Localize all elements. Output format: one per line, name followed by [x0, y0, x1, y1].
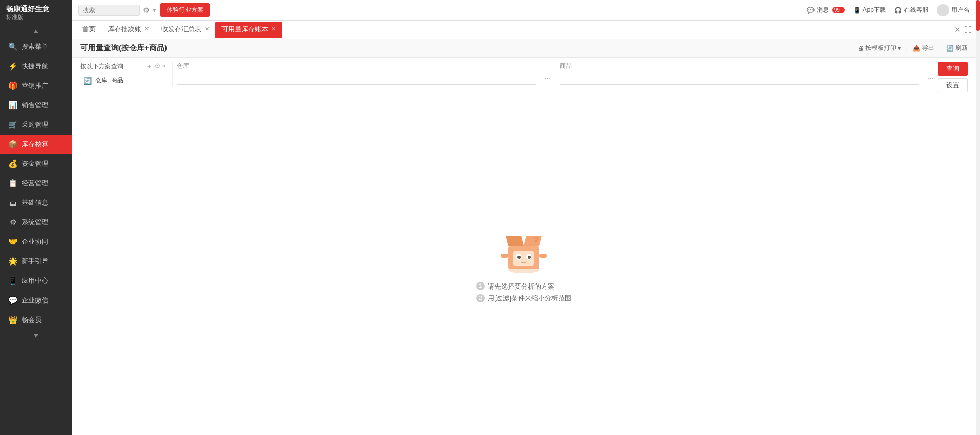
tab-receive-summary-close[interactable]: ✕ [205, 26, 209, 32]
message-label: 消息 [817, 6, 829, 14]
filter-scheme: 按以下方案查询 ＋ ⊙ « 🔄 仓库+商品 [80, 62, 173, 87]
industry-btn[interactable]: 体验行业方案 [160, 3, 210, 17]
empty-state: ? 1 请先选择要分析的方案 2 用[过滤]条件来缩小分析范围 [476, 228, 571, 305]
export-action[interactable]: 📤 导出 [913, 44, 934, 52]
sidebar-item-system[interactable]: ⚙ 系统管理 [0, 213, 72, 232]
sidebar-item-shortcut[interactable]: ⚡ 快捷导航 [0, 56, 72, 76]
sidebar-item-label: 畅会员 [22, 315, 42, 325]
collapse-scheme-icon[interactable]: « [162, 62, 166, 71]
warehouse-field-input[interactable] [177, 72, 536, 85]
svg-marker-3 [524, 236, 542, 246]
sidebar-item-finance[interactable]: 💰 资金管理 [0, 154, 72, 174]
purchase-icon: 🛒 [8, 120, 17, 129]
query-button[interactable]: 查询 [938, 62, 968, 76]
tip-text-1: 请先选择要分析的方案 [488, 280, 554, 292]
app-download-label: App下载 [863, 6, 886, 14]
sidebar-item-sales[interactable]: 📊 销售管理 [0, 96, 72, 115]
filter-scheme-header: 按以下方案查询 ＋ ⊙ « [80, 62, 166, 71]
scroll-up-btn[interactable]: ▲ [0, 25, 72, 37]
empty-illustration: ? [498, 228, 549, 274]
message-btn[interactable]: 💬 消息 99+ [807, 6, 845, 14]
content-area: ? 1 请先选择要分析的方案 2 用[过滤]条件来缩小分析范围 [72, 97, 976, 435]
svg-rect-9 [501, 254, 508, 258]
sidebar-item-basic[interactable]: 🗂 基础信息 [0, 193, 72, 213]
sales-icon: 📊 [8, 101, 17, 110]
enterprise-icon: 🤝 [8, 237, 17, 247]
empty-tip-2: 2 用[过滤]条件来缩小分析范围 [476, 292, 571, 304]
sidebar-item-enterprise[interactable]: 🤝 企业协同 [0, 232, 72, 252]
service-icon: 🎧 [894, 7, 902, 14]
sidebar-item-label: 库存核算 [22, 140, 48, 149]
tab-close-all-icon[interactable]: ✕ [954, 25, 961, 34]
right-scrollbar[interactable] [976, 0, 980, 435]
tab-home[interactable]: 首页 [76, 22, 102, 38]
warehouse-field-label: 仓库 [177, 62, 536, 70]
tabbar: 首页 库存批次账 ✕ 收发存汇总表 ✕ 可用量库存账本 ✕ ✕ ⛶ [72, 21, 976, 39]
tab-batch-ledger[interactable]: 库存批次账 ✕ [102, 22, 155, 38]
tab-available-ledger[interactable]: 可用量库存账本 ✕ [215, 22, 282, 38]
tab-available-ledger-close[interactable]: ✕ [271, 26, 276, 32]
marketing-icon: 🎁 [8, 81, 17, 90]
page-header: 可用量查询(按仓库+商品) 🖨 按模板打印 ▾ | 📤 导出 | 🔄 刷新 [72, 39, 976, 58]
sidebar-item-newbie[interactable]: 🌟 新手引导 [0, 252, 72, 271]
add-scheme-icon[interactable]: ＋ [146, 62, 153, 71]
logo-title: 畅康通好生意 [6, 4, 66, 13]
tab-batch-ledger-close[interactable]: ✕ [144, 26, 149, 32]
filter-field-goods: 商品 [560, 62, 919, 85]
main-content: ⚙ ▾ 体验行业方案 💬 消息 99+ 📱 App下载 🎧 在线客服 用户名 [72, 0, 976, 435]
appcenter-icon: 📱 [8, 276, 17, 286]
settings-scheme-icon[interactable]: ⊙ [155, 62, 160, 71]
member-icon: 👑 [8, 315, 17, 325]
topbar-right: 💬 消息 99+ 📱 App下载 🎧 在线客服 用户名 [807, 4, 970, 16]
customer-service-btn[interactable]: 🎧 在线客服 [894, 6, 929, 14]
sidebar-item-label: 营销推广 [22, 81, 48, 90]
topbar: ⚙ ▾ 体验行业方案 💬 消息 99+ 📱 App下载 🎧 在线客服 用户名 [72, 0, 976, 21]
scheme-warehouse-goods[interactable]: 🔄 仓库+商品 [80, 74, 166, 87]
scrollbar-thumb[interactable] [976, 0, 980, 31]
dropdown-icon[interactable]: ▾ [153, 6, 156, 14]
tip-number-1: 1 [476, 282, 485, 290]
customer-service-label: 在线客服 [904, 6, 929, 14]
sidebar-item-marketing[interactable]: 🎁 营销推广 [0, 76, 72, 96]
sidebar-item-search[interactable]: 🔍 搜索菜单 [0, 37, 72, 56]
sidebar-item-member[interactable]: 👑 畅会员 [0, 310, 72, 330]
tabbar-right: ✕ ⛶ [954, 25, 972, 34]
sidebar-item-label: 新手引导 [22, 257, 48, 266]
warehouse-more-btn[interactable]: ··· [544, 73, 551, 83]
app-download-btn[interactable]: 📱 App下载 [853, 6, 886, 14]
sidebar-item-label: 采购管理 [22, 120, 48, 129]
svg-rect-10 [539, 254, 547, 258]
sidebar-item-operation[interactable]: 📋 经营管理 [0, 174, 72, 193]
newbie-icon: 🌟 [8, 257, 17, 266]
tab-receive-summary-label: 收发存汇总表 [161, 25, 201, 34]
message-badge: 99+ [832, 7, 845, 13]
settings-button[interactable]: 设置 [938, 78, 968, 92]
operation-icon: 📋 [8, 179, 17, 188]
print-dropdown-icon[interactable]: ▾ [898, 45, 901, 52]
topbar-search-input[interactable] [78, 5, 140, 16]
goods-field-label: 商品 [560, 62, 919, 70]
sidebar-nav: ▲ 🔍 搜索菜单 ⚡ 快捷导航 🎁 营销推广 📊 销售管理 🛒 采购管理 📦 库… [0, 25, 72, 435]
goods-more-btn[interactable]: ··· [927, 73, 934, 83]
user-area[interactable]: 用户名 [937, 4, 970, 16]
filter-scheme-icons: ＋ ⊙ « [146, 62, 166, 71]
sidebar-item-appcenter[interactable]: 📱 应用中心 [0, 271, 72, 291]
sidebar-item-label: 基础信息 [22, 198, 48, 207]
wechat-icon: 💬 [8, 296, 17, 305]
refresh-action[interactable]: 🔄 刷新 [946, 44, 968, 52]
tab-receive-summary[interactable]: 收发存汇总表 ✕ [155, 22, 215, 38]
tab-home-label: 首页 [82, 25, 96, 34]
sidebar-item-purchase[interactable]: 🛒 采购管理 [0, 115, 72, 135]
sidebar-item-wechat[interactable]: 💬 企业微信 [0, 291, 72, 310]
goods-field-input[interactable] [560, 72, 919, 85]
tab-expand-icon[interactable]: ⛶ [964, 25, 972, 34]
sidebar-item-inventory[interactable]: 📦 库存核算 [0, 135, 72, 154]
page-title: 可用量查询(按仓库+商品) [80, 43, 167, 53]
scroll-down-btn[interactable]: ▼ [0, 330, 72, 342]
print-icon: 🖨 [858, 45, 864, 52]
filter-fields: 仓库 ··· 商品 ··· [177, 62, 934, 85]
export-icon: 📤 [913, 45, 920, 52]
system-icon: ⚙ [8, 218, 17, 227]
print-action[interactable]: 🖨 按模板打印 ▾ [858, 44, 901, 52]
gear-icon[interactable]: ⚙ [143, 6, 150, 15]
